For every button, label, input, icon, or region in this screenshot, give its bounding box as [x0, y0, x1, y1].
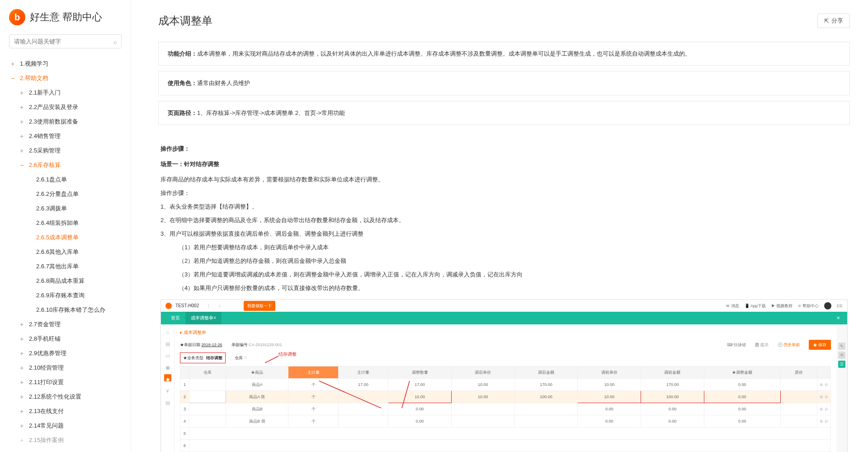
- table-row: 3商品B个0.000.000.000.00⊕ ⊖: [180, 403, 831, 415]
- plus-icon: +: [9, 60, 16, 67]
- ss-tab-current: 成本调整单 ×: [185, 312, 222, 324]
- ss-biztype-box: ★业务类型 结存调整: [180, 352, 226, 363]
- ss-breadcrumb: ▸ 成本调整单: [180, 328, 831, 337]
- box-icon: ▣: [164, 362, 171, 370]
- ss-topbar: TEST-H002 | ⌕ 我要领取一下 ✉ 消息 📱 App下载 ▶ 视频教程…: [161, 300, 847, 312]
- plus-icon: +: [18, 350, 25, 357]
- nav-2-5[interactable]: +2.5采购管理: [9, 143, 131, 158]
- nav-2-10[interactable]: +2.10经营管理: [9, 361, 131, 375]
- share-icon: ⇱: [824, 18, 829, 24]
- nav-2-11[interactable]: +2.11打印设置: [9, 375, 131, 390]
- share-button[interactable]: ⇱ 分享: [817, 14, 850, 28]
- plus-icon: +: [18, 393, 25, 400]
- sidebar: b 好生意 帮助中心 ⌕ +1.视频学习 −2.帮助文档 +2.1新手入门 +2…: [0, 0, 131, 452]
- nav-2-7[interactable]: +2.7资金管理: [9, 317, 131, 332]
- nav-2-6-4[interactable]: 2.6.4组装拆卸单: [9, 216, 131, 230]
- file-icon: ▭: [164, 351, 171, 358]
- intro-text: 成本调整单，用来实现对商品结存成本的调整，以及针对具体的出入库单进行成本调整。库…: [197, 50, 691, 57]
- nav-2-6-5[interactable]: 2.6.5成本调整单: [9, 230, 131, 245]
- ss-logo-icon: [165, 303, 172, 309]
- nav-help-docs[interactable]: −2.帮助文档: [9, 71, 131, 86]
- nav-video-learning[interactable]: +1.视频学习: [9, 57, 131, 71]
- tool-icon: ☰: [838, 361, 845, 368]
- ss-user: CC: [837, 302, 843, 310]
- ss-help: ⊙ 帮助中心: [798, 302, 819, 310]
- search-icon: ⌕: [218, 301, 221, 310]
- nav-2-15[interactable]: +2.15操作案例: [9, 433, 131, 447]
- nav-2-12[interactable]: +2.12系统个性化设置: [9, 390, 131, 404]
- sub-steps-label: 操作步骤：: [160, 187, 848, 199]
- nav-2-3[interactable]: +2.3使用前数据准备: [9, 114, 131, 129]
- ss-test-id: TEST-H002: [175, 301, 199, 310]
- chart-icon: ▤: [164, 398, 171, 405]
- step-1: 1、表头业务类型选择【结存调整】。: [160, 201, 848, 213]
- nav-2-6-7[interactable]: 2.6.7其他出库单: [9, 259, 131, 274]
- nav-2-6-8[interactable]: 2.6.8商品成本重算: [9, 274, 131, 288]
- ss-right-tools: ✎ ⟲ ☰: [836, 324, 847, 452]
- plus-icon: +: [18, 133, 25, 140]
- close-icon: ×: [836, 312, 843, 324]
- plus-icon: +: [18, 437, 25, 444]
- home-icon: ⌂: [164, 327, 171, 334]
- intro-label: 功能介绍：: [168, 50, 197, 57]
- step-3-4: （4）如果用户只调整部分数量的成本，可以直接修改带出的结存数量。: [160, 282, 848, 294]
- nav-2-8[interactable]: +2.8手机旺铺: [9, 332, 131, 346]
- search-input[interactable]: [9, 34, 122, 48]
- nav-2-1[interactable]: +2.1新手入门: [9, 86, 131, 100]
- table-row: 4商品B 简个0.000.000.000.00⊕ ⊖: [180, 415, 831, 428]
- nav-2-6[interactable]: −2.6库存核算: [9, 158, 131, 172]
- role-text: 通常由财务人员维护: [197, 80, 250, 86]
- step-3-1: （1）若用户想要调整结存成本，则在调后单价中录入成本: [160, 242, 848, 253]
- tool-icon: ⟲: [838, 352, 845, 359]
- nav-2-6-6[interactable]: 2.6.6其他入库单: [9, 245, 131, 259]
- ss-data-table: 仓库 ★商品 主计量 主计量 调整数量 调后单价 调后金额 调前单价 调前金额 …: [180, 366, 831, 452]
- ss-tab-home: 首页: [165, 314, 185, 323]
- nav-2-6-3[interactable]: 2.6.3调拨单: [9, 201, 131, 216]
- minus-icon: −: [9, 75, 16, 82]
- ss-tabs: 首页 成本调整单 × ×: [161, 312, 847, 324]
- ss-annotation-1: 结存调整: [278, 350, 297, 359]
- ss-save-btn: ◉ 保存: [809, 340, 831, 350]
- search-box: ⌕: [9, 34, 122, 48]
- nav-2-6-10[interactable]: 2.6.10库存账本错了怎么办: [9, 303, 131, 317]
- nav-2-6-9[interactable]: 2.6.9库存账本查询: [9, 288, 131, 303]
- money-icon: ¥: [164, 386, 171, 393]
- nav-2-6-2[interactable]: 2.6.2分量盘点单: [9, 187, 131, 201]
- plus-icon: +: [18, 335, 25, 343]
- page-title: 成本调整单: [158, 14, 212, 28]
- table-row: 5: [180, 428, 831, 440]
- nav-2-9[interactable]: +2.9优惠券管理: [9, 346, 131, 361]
- main-content: 成本调整单 ⇱ 分享 功能介绍：成本调整单，用来实现对商品结存成本的调整，以及针…: [131, 0, 868, 452]
- active-icon: ◆: [164, 374, 171, 381]
- tool-icon: ✎: [838, 343, 845, 350]
- plus-icon: +: [18, 422, 25, 429]
- brand-logo: b 好生意 帮助中心: [9, 9, 131, 25]
- ss-content: ▸ 成本调整单 ★单据日期 2019-12-26 单据编号 CA-2019122…: [175, 324, 836, 452]
- nav-2-13[interactable]: +2.13在线支付: [9, 404, 131, 419]
- ss-avatar-icon: [824, 302, 831, 309]
- scene1-desc: 库存商品的结存成本与实际成本有差异，需要根据结存数量和实际单位成本进行调整。: [160, 174, 848, 186]
- table-row: 2商品A 简个10.0010.00100.0010.00100.000.00⊕ …: [180, 391, 831, 403]
- plus-icon: +: [18, 364, 25, 371]
- steps-section: 操作步骤： 场景一：针对结存调整 库存商品的结存成本与实际成本有差异，需要根据结…: [158, 130, 850, 452]
- nav-2-4[interactable]: +2.4销售管理: [9, 129, 131, 143]
- minus-icon: −: [18, 162, 25, 169]
- ss-left-nav: ⌂ ▤ ▭ ▣ ◆ ¥ ▤: [161, 324, 175, 452]
- steps-label: 操作步骤：: [160, 143, 848, 155]
- step-3-3: （3）若用户知道要调增或调减的成本差值，则在调整金额中录入差值，调增录入正值，记…: [160, 269, 848, 281]
- role-label: 使用角色：: [168, 80, 197, 86]
- intro-box: 功能介绍：成本调整单，用来实现对商品结存成本的调整，以及针对具体的出入库单进行成…: [158, 42, 850, 66]
- role-box: 使用角色：通常由财务人员维护: [158, 71, 850, 95]
- search-icon[interactable]: ⌕: [113, 38, 117, 45]
- step-3-2: （2）若用户知道调整总的结存金额，则在调后金额中录入总金额: [160, 255, 848, 267]
- table-row: 6: [180, 440, 831, 452]
- plus-icon: +: [18, 147, 25, 154]
- ss-tutorial: ▶ 视频教程: [771, 302, 793, 310]
- plus-icon: +: [18, 321, 25, 328]
- nav-2-14[interactable]: +2.14常见问题: [9, 419, 131, 433]
- nav-2-2[interactable]: +2.2产品安装及登录: [9, 100, 131, 114]
- doc-icon: ▤: [164, 339, 171, 346]
- example-screenshot: TEST-H002 | ⌕ 我要领取一下 ✉ 消息 📱 App下载 ▶ 视频教程…: [160, 300, 848, 452]
- nav-2-6-1[interactable]: 2.6.1盘点单: [9, 172, 131, 187]
- brand-name: 好生意 帮助中心: [30, 10, 102, 24]
